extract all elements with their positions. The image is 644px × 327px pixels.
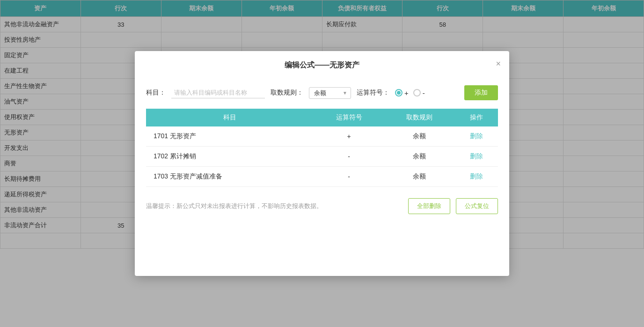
cell-operator: + [314, 126, 384, 147]
modal-footer: 温馨提示：新公式只对未出报表进行计算，不影响历史报表数据。 全部删除 公式复位 [135, 191, 509, 223]
table-row: 1702 累计摊销-余额删除 [146, 147, 498, 167]
cell-action: 删除 [455, 167, 498, 187]
form-row: 科目： 取数规则： 余额 借方 贷方 ▼ 运算符号： + [146, 85, 498, 100]
rule-label: 取数规则： [271, 89, 303, 97]
delete-row-button[interactable]: 删除 [470, 152, 483, 161]
table-header-row: 科目 运算符号 取数规则 操作 [146, 109, 498, 126]
th-action: 操作 [455, 109, 498, 126]
modal-title: 编辑公式——无形资产 [285, 61, 359, 69]
delete-all-button[interactable]: 全部删除 [408, 198, 450, 214]
operator-radio-group: + - [395, 89, 425, 97]
cell-rule: 余额 [384, 167, 455, 187]
modal-header: 编辑公式——无形资产 × [135, 51, 509, 78]
delete-row-button[interactable]: 删除 [470, 172, 483, 181]
radio-minus[interactable]: - [413, 89, 425, 97]
tip-text: 温馨提示：新公式只对未出报表进行计算，不影响历史报表数据。 [146, 202, 322, 210]
subject-label: 科目： [146, 89, 166, 97]
modal-overlay: 编辑公式——无形资产 × 科目： 取数规则： 余额 借方 贷方 ▼ 运算符号： [0, 0, 644, 327]
table-row: 1701 无形资产+余额删除 [146, 126, 498, 147]
th-subject: 科目 [146, 109, 314, 126]
add-button[interactable]: 添加 [464, 85, 498, 100]
reset-formula-button[interactable]: 公式复位 [456, 198, 498, 214]
radio-plus[interactable]: + [395, 89, 409, 97]
rule-select-wrapper: 余额 借方 贷方 ▼ [309, 87, 351, 99]
cell-action: 删除 [455, 126, 498, 147]
th-rule: 取数规则 [384, 109, 455, 126]
modal-dialog: 编辑公式——无形资产 × 科目： 取数规则： 余额 借方 贷方 ▼ 运算符号： [135, 51, 509, 276]
delete-row-button[interactable]: 删除 [470, 132, 483, 141]
radio-plus-circle [395, 89, 402, 97]
rule-select[interactable]: 余额 借方 贷方 [309, 87, 351, 99]
th-operator: 运算符号 [314, 109, 384, 126]
cell-operator: - [314, 147, 384, 167]
table-row: 1703 无形资产减值准备-余额删除 [146, 167, 498, 187]
data-table: 科目 运算符号 取数规则 操作 1701 无形资产+余额删除1702 累计摊销-… [146, 109, 498, 187]
cell-rule: 余额 [384, 147, 455, 167]
radio-plus-label: + [404, 89, 409, 97]
radio-minus-circle [413, 89, 421, 97]
footer-buttons: 全部删除 公式复位 [408, 198, 498, 214]
cell-subject: 1703 无形资产减值准备 [146, 167, 314, 187]
radio-minus-label: - [423, 89, 425, 97]
cell-subject: 1701 无形资产 [146, 126, 314, 147]
modal-body: 科目： 取数规则： 余额 借方 贷方 ▼ 运算符号： + [135, 78, 509, 187]
operator-label: 运算符号： [357, 89, 389, 97]
cell-subject: 1702 累计摊销 [146, 147, 314, 167]
modal-close-button[interactable]: × [496, 59, 501, 68]
cell-operator: - [314, 167, 384, 187]
cell-action: 删除 [455, 147, 498, 167]
subject-input[interactable] [171, 87, 265, 98]
cell-rule: 余额 [384, 126, 455, 147]
